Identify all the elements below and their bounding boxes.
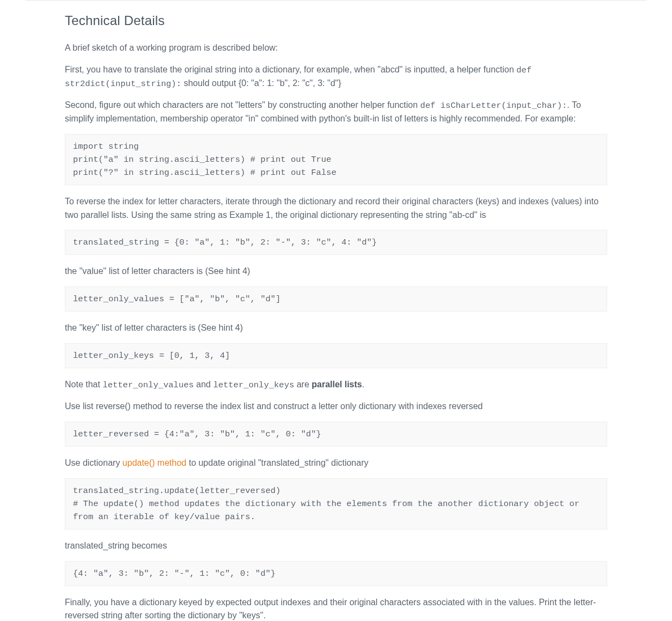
code-block-letter-only-values: letter_only_values = ["a", "b", "c", "d"… (65, 287, 607, 312)
section-heading-technical-details: Technical Details (65, 10, 607, 31)
code-block-letter-reversed: letter_reversed = {4:"a", 3: "b", 1: "c"… (65, 422, 607, 447)
paragraph-key-list: the "key" list of letter characters is (… (65, 321, 607, 335)
code-block-result-dict: {4: "a", 3: "b", 2: "-", 1: "c", 0: "d"} (65, 561, 607, 586)
paragraph-value-list: the "value" list of letter characters is… (65, 265, 607, 278)
text-span: . (362, 380, 364, 389)
inline-code-ischarletter: def isCharLetter(input_char): (420, 101, 567, 111)
content-container: Technical Details A brief sketch of a wo… (26, 0, 646, 621)
paragraph-intro: A brief sketch of a working program is d… (65, 41, 607, 55)
code-block-translated-string: translated_string = {0: "a", 1: "b", 2: … (65, 230, 607, 255)
text-span: Second, figure out which characters are … (65, 100, 420, 109)
inline-code-letter-only-values: letter_only_values (102, 380, 193, 390)
paragraph-becomes: translated_string becomes (65, 539, 607, 553)
code-block-update-call: translated_string.update(letter_reversed… (65, 478, 607, 529)
text-span: Use dictionary (65, 458, 123, 467)
text-span: Note that (65, 380, 102, 389)
text-span: and (194, 380, 213, 389)
paragraph-reverse: To reverse the index for letter characte… (65, 195, 607, 222)
code-block-letter-only-keys: letter_only_keys = [0, 1, 3, 4] (65, 343, 607, 368)
code-block-import-string: import string print("a" in string.ascii_… (65, 134, 607, 185)
paragraph-use-dictionary-update: Use dictionary update() method to update… (65, 456, 607, 470)
strong-parallel-lists: parallel lists (311, 380, 362, 389)
paragraph-second: Second, figure out which characters are … (65, 99, 607, 126)
text-span: are (294, 380, 311, 389)
paragraph-finally: Finally, you have a dictionary keyed by … (65, 596, 607, 621)
text-span: First, you have to translate the origina… (65, 65, 516, 74)
paragraph-use-list-reverse: Use list reverse() method to reverse the… (65, 400, 607, 413)
text-span: should output {0: "a": 1: "b", 2: "c", 3… (181, 78, 341, 88)
link-update-method[interactable]: update() method (123, 458, 186, 467)
paragraph-first: First, you have to translate the origina… (65, 63, 607, 90)
text-span: to update original "translated_string" d… (186, 458, 368, 467)
inline-code-letter-only-keys: letter_only_keys (213, 380, 294, 390)
paragraph-note-parallel: Note that letter_only_values and letter_… (65, 378, 607, 392)
